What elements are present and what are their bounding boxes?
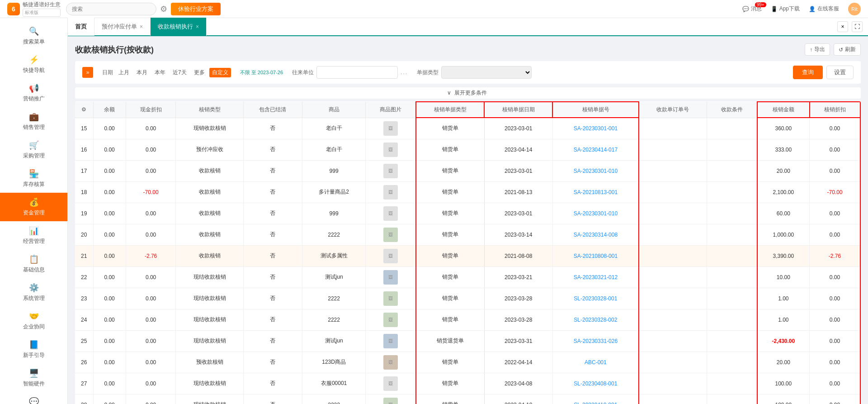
cell-receipt-order xyxy=(639,245,707,266)
bill-no-link[interactable]: SA-20230314-008 xyxy=(574,232,618,238)
tab-expand-btn[interactable]: ⛶ xyxy=(852,21,863,32)
tab-receipt-close[interactable]: × xyxy=(196,24,199,30)
sidebar-item-system[interactable]: ⚙️ 系统管理 xyxy=(0,278,67,307)
bill-no-link[interactable]: ABC-001 xyxy=(585,359,607,366)
refresh-btn[interactable]: ↺ 刷新 xyxy=(834,43,861,56)
export-btn[interactable]: ↑ 导出 xyxy=(805,43,830,56)
cell-goods: 老白干 xyxy=(302,139,366,160)
cell-cancel-amount: 20.00 xyxy=(757,160,810,181)
date-opt-this-year[interactable]: 本年 xyxy=(152,68,168,77)
col-header-cash-discount: 现金折扣 xyxy=(126,102,176,118)
bill-no-link[interactable]: SA-20230301-001 xyxy=(574,125,618,132)
sidebar-item-sales[interactable]: 💼 销售管理 xyxy=(0,107,67,136)
cell-idx: 16 xyxy=(75,139,93,160)
cell-receipt-order xyxy=(639,288,707,309)
date-opt-custom[interactable]: 自定义 xyxy=(209,68,231,77)
bill-no-link[interactable]: SL-20230408-001 xyxy=(574,380,617,387)
sidebar-item-basic[interactable]: 📋 基础信息 xyxy=(0,250,67,278)
sidebar-item-inventory[interactable]: 🏪 库存核算 xyxy=(0,164,67,193)
table-row: 19 0.00 0.00 收款核销 否 999 🖼 销货单 2023-03-01… xyxy=(75,203,860,224)
tab-bar: 首页 预付冲应付单 × 收款核销执行 × × ⛶ xyxy=(68,18,868,36)
tab-receipt[interactable]: 收款核销执行 × xyxy=(151,18,207,36)
source-unit-input[interactable] xyxy=(316,66,398,79)
goods-image-placeholder: 🖼 xyxy=(383,185,398,200)
tab-close-btn[interactable]: × xyxy=(837,21,848,32)
cell-balance: 0.00 xyxy=(93,352,126,373)
date-range-text: 不限 至 2023-07-26 xyxy=(240,69,283,76)
app-logo: 6 畅捷通谱好生意 标准版 xyxy=(7,1,61,17)
sidebar-item-shortcuts[interactable]: ⚡ 快捷导航 xyxy=(0,50,67,79)
bill-no-link[interactable]: SA-20230414-017 xyxy=(574,147,618,153)
settings-icon[interactable]: ⚙ xyxy=(160,4,167,14)
sidebar-item-marketing[interactable]: 📢 营销推广 xyxy=(0,79,67,107)
date-opt-7days[interactable]: 近7天 xyxy=(170,68,189,77)
filter-toggle-btn[interactable]: » xyxy=(82,67,93,78)
top-search-input[interactable] xyxy=(66,3,156,15)
date-filter-label: 日期 xyxy=(102,69,113,76)
cell-balance: 0.00 xyxy=(93,181,126,203)
setting-btn[interactable]: 设置 xyxy=(826,66,854,79)
sidebar-item-hardware[interactable]: 🖥️ 智能硬件 xyxy=(0,364,67,392)
date-opt-last-month[interactable]: 上月 xyxy=(116,68,132,77)
operations-icon: 📊 xyxy=(29,226,39,236)
sidebar-item-finance[interactable]: 💰 资金管理 xyxy=(0,193,67,221)
bill-no-link[interactable]: SA-20230301-010 xyxy=(574,210,618,217)
sales-icon: 💼 xyxy=(29,112,39,122)
date-opt-this-month[interactable]: 本月 xyxy=(134,68,150,77)
bill-no-link[interactable]: SA-20230321-012 xyxy=(574,274,618,280)
cell-cancel-amount: 60.00 xyxy=(757,203,810,224)
cell-cancel-amount: 100.00 xyxy=(757,373,810,394)
sidebar-item-wechat[interactable]: 💬 企业微信 xyxy=(0,392,67,404)
cell-receipt-cond xyxy=(707,118,757,139)
cell-receipt-cond xyxy=(707,373,757,394)
sidebar-item-purchase[interactable]: 🛒 采购管理 xyxy=(0,136,67,164)
cell-goods-img: 🖼 xyxy=(366,118,416,139)
tab-prepay[interactable]: 预付冲应付单 × xyxy=(94,18,151,36)
expand-bar[interactable]: ∨ 展开更多条件 xyxy=(75,87,861,99)
cell-cancel-bill-date: 2022-04-14 xyxy=(484,352,552,373)
cell-cancel-bill-no: SL-20230408-001 xyxy=(552,373,639,394)
cell-receipt-order xyxy=(639,139,707,160)
cell-cancel-amount: -2,430.00 xyxy=(757,330,810,352)
cell-cancel-bill-no: SL-20230328-001 xyxy=(552,288,639,309)
bill-no-link[interactable]: SL-20230328-001 xyxy=(574,295,617,302)
cell-receipt-order xyxy=(639,352,707,373)
bill-no-link[interactable]: SL-20230418-001 xyxy=(574,402,617,404)
sidebar-item-operations[interactable]: 📊 经营管理 xyxy=(0,221,67,250)
goods-image-placeholder: 🖼 xyxy=(383,164,398,178)
date-opt-more[interactable]: 更多 xyxy=(191,68,208,77)
bill-type-select[interactable] xyxy=(441,66,532,79)
sidebar-label-operations: 经营管理 xyxy=(23,238,45,245)
bill-no-link[interactable]: SL-20230328-002 xyxy=(574,317,617,323)
filter-bar: » 日期 上月 本月 本年 近7天 更多 自定义 不限 至 2023-07-26 xyxy=(75,61,861,84)
app-download-btn[interactable]: 📱 App下载 xyxy=(771,5,800,13)
cell-cancel-bill-type: 销货单 xyxy=(416,118,484,139)
bill-no-link[interactable]: SA-20210813-001 xyxy=(574,189,618,195)
tab-home[interactable]: 首页 xyxy=(68,18,94,36)
cell-cancel-bill-no: SA-20210813-001 xyxy=(552,181,639,203)
sidebar-label-search: 搜索菜单 xyxy=(23,38,45,46)
tab-prepay-close[interactable]: × xyxy=(140,24,143,30)
cell-cancel-bill-date: 2021-08-13 xyxy=(484,181,552,203)
goods-image-placeholder: 🖼 xyxy=(383,121,398,136)
message-btn[interactable]: 💬 消息 99+ xyxy=(742,5,762,13)
bill-no-link[interactable]: SA-20230301-010 xyxy=(574,168,618,174)
cell-receipt-order xyxy=(639,224,707,245)
goods-image: 🖼 xyxy=(383,334,398,348)
sidebar-item-search[interactable]: 🔍 搜索菜单 xyxy=(0,22,67,50)
table-row: 24 0.00 0.00 现结收款核销 否 2222 🖼 销货单 2023-03… xyxy=(75,309,860,330)
cell-cancel-type: 收款核销 xyxy=(176,160,243,181)
online-service-btn[interactable]: 👤 在线客服 xyxy=(809,5,839,13)
cell-include-settled: 否 xyxy=(243,330,302,352)
sidebar-item-enterprise[interactable]: 🤝 企业协同 xyxy=(0,307,67,335)
bill-no-link[interactable]: SA-20210808-001 xyxy=(574,253,618,259)
user-avatar[interactable]: Rit xyxy=(848,3,861,15)
query-btn[interactable]: 查询 xyxy=(793,66,823,79)
cell-include-settled: 否 xyxy=(243,288,302,309)
cell-cancel-discount: 0.00 xyxy=(810,203,860,224)
industry-btn[interactable]: 休验行业方案 xyxy=(171,3,221,15)
sidebar-item-guide[interactable]: 📘 新手引导 xyxy=(0,335,67,364)
cell-receipt-order xyxy=(639,160,707,181)
bill-no-link[interactable]: SA-20230331-026 xyxy=(574,338,618,344)
cell-cancel-bill-no: ABC-001 xyxy=(552,352,639,373)
